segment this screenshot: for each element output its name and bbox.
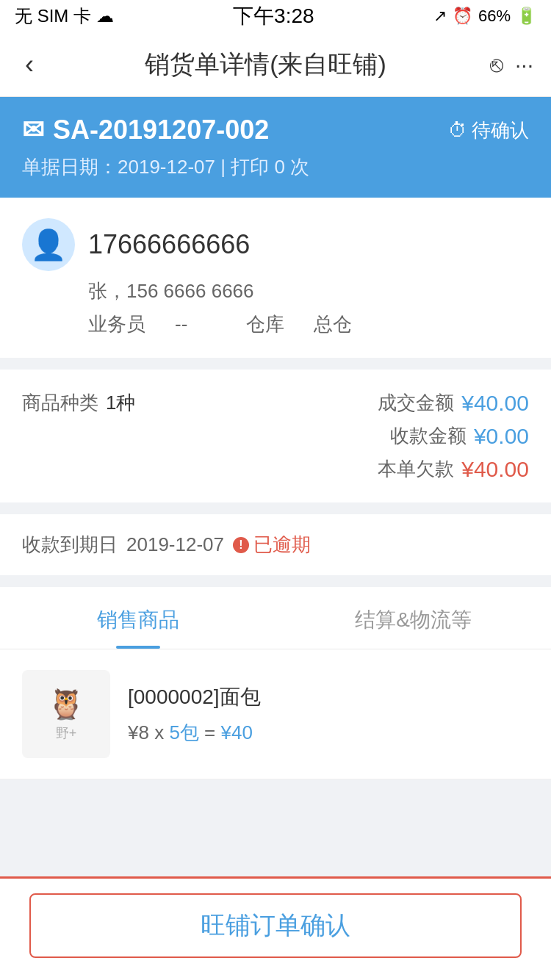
order-icon: ✉ xyxy=(22,115,44,145)
share-button[interactable]: ⎋ xyxy=(490,52,503,77)
more-button[interactable]: ··· xyxy=(515,52,533,77)
transaction-label: 成交金额 xyxy=(378,390,454,416)
salesperson-value: -- xyxy=(175,313,187,336)
product-list: 🦉 野+ [0000002]面包 ¥8 x 5包 = ¥40 xyxy=(0,649,551,779)
battery-icon: 🔋 xyxy=(516,7,536,26)
warehouse-label: 仓库 xyxy=(246,311,284,337)
product-type-value: 1种 xyxy=(106,390,135,416)
customer-meta: 业务员 -- 仓库 总仓 xyxy=(22,311,529,337)
transaction-value: ¥40.00 xyxy=(461,391,529,416)
due-date-card: 收款到期日 2019-12-07 ! 已逾期 xyxy=(0,514,551,575)
sim-status: 无 SIM 卡 ☁ xyxy=(15,4,114,28)
status-clock-icon: ⏱ xyxy=(448,119,467,142)
tab-sales-label: 销售商品 xyxy=(97,608,179,631)
customer-card: 👤 17666666666 张，156 6666 6666 业务员 -- 仓库 … xyxy=(0,198,551,358)
order-header: ✉ SA-20191207-002 ⏱ 待确认 单据日期：2019-12-07 … xyxy=(0,97,551,198)
received-value: ¥0.00 xyxy=(474,424,529,449)
bottom-bar: 旺铺订单确认 xyxy=(0,876,551,980)
customer-row: 👤 17666666666 xyxy=(22,218,529,271)
order-status: ⏱ 待确认 xyxy=(448,118,529,143)
total-text: ¥40 xyxy=(220,721,252,743)
arrears-value: ¥40.00 xyxy=(461,457,529,482)
arrears-row: 本单欠款 ¥40.00 xyxy=(378,456,529,482)
tabs: 销售商品 结算&物流等 xyxy=(0,587,551,649)
customer-detail: 张，156 6666 6666 xyxy=(22,278,529,304)
overdue-text: 已逾期 xyxy=(253,532,311,558)
received-label: 收款金额 xyxy=(390,423,467,449)
warehouse-value: 总仓 xyxy=(314,311,352,337)
product-type-area: 商品种类 1种 xyxy=(22,390,135,416)
nav-actions: ⎋ ··· xyxy=(490,52,533,77)
transaction-row: 成交金额 ¥40.00 xyxy=(378,390,529,416)
status-time: 下午3:28 xyxy=(233,2,314,30)
back-button[interactable]: ‹ xyxy=(18,42,41,87)
summary-row: 商品种类 1种 成交金额 ¥40.00 收款金额 ¥0.00 本单欠款 ¥40.… xyxy=(22,390,529,482)
product-price: ¥8 x 5包 = ¥40 xyxy=(128,720,529,746)
amounts-area: 成交金额 ¥40.00 收款金额 ¥0.00 本单欠款 ¥40.00 xyxy=(378,390,529,482)
confirm-order-button[interactable]: 旺铺订单确认 xyxy=(29,893,522,958)
tab-sales-products[interactable]: 销售商品 xyxy=(0,587,276,649)
overdue-icon: ! xyxy=(233,537,249,553)
overdue-badge: ! 已逾期 xyxy=(233,532,311,558)
summary-card: 商品种类 1种 成交金额 ¥40.00 收款金额 ¥0.00 本单欠款 ¥40.… xyxy=(0,370,551,502)
person-icon: 👤 xyxy=(30,228,67,262)
product-type-label: 商品种类 xyxy=(22,390,98,416)
battery-level: 66% xyxy=(478,7,511,26)
received-row: 收款金额 ¥0.00 xyxy=(390,423,529,449)
arrears-label: 本单欠款 xyxy=(378,456,454,482)
page-title: 销货单详情(来自旺铺) xyxy=(41,48,490,82)
status-right: ↗ ⏰ 66% 🔋 xyxy=(433,7,536,26)
customer-phone: 17666666666 xyxy=(88,229,250,260)
product-name: [0000002]面包 xyxy=(128,683,529,711)
product-logo: 🦉 野+ xyxy=(48,687,84,742)
tab-settlement-label: 结算&物流等 xyxy=(355,608,472,631)
due-date-label: 收款到期日 xyxy=(22,532,118,558)
nav-bar: ‹ 销货单详情(来自旺铺) ⎋ ··· xyxy=(0,32,551,97)
order-id-text: SA-20191207-002 xyxy=(53,115,269,145)
product-item: 🦉 野+ [0000002]面包 ¥8 x 5包 = ¥40 xyxy=(0,649,551,779)
quantity-text: 5包 xyxy=(169,721,198,743)
status-text: 待确认 xyxy=(472,118,529,143)
order-date: 单据日期：2019-12-07 | 打印 0 次 xyxy=(22,154,529,180)
owl-icon: 🦉 xyxy=(48,687,84,721)
product-info: [0000002]面包 ¥8 x 5包 = ¥40 xyxy=(128,683,529,746)
order-id-row: ✉ SA-20191207-002 ⏱ 待确认 xyxy=(22,115,529,145)
order-id: ✉ SA-20191207-002 xyxy=(22,115,269,145)
status-left: 无 SIM 卡 ☁ xyxy=(15,4,114,28)
avatar: 👤 xyxy=(22,218,75,271)
alarm-icon: ⏰ xyxy=(453,7,472,26)
price-text: ¥8 x xyxy=(128,721,169,743)
tab-settlement[interactable]: 结算&物流等 xyxy=(276,587,551,649)
equals-text: = xyxy=(199,721,221,743)
location-icon: ↗ xyxy=(433,7,447,26)
due-date-value: 2019-12-07 xyxy=(126,533,224,556)
product-image: 🦉 野+ xyxy=(22,670,110,758)
salesperson-label: 业务员 xyxy=(88,311,145,337)
logo-text: 野+ xyxy=(56,724,77,742)
status-bar: 无 SIM 卡 ☁ 下午3:28 ↗ ⏰ 66% 🔋 xyxy=(0,0,551,32)
